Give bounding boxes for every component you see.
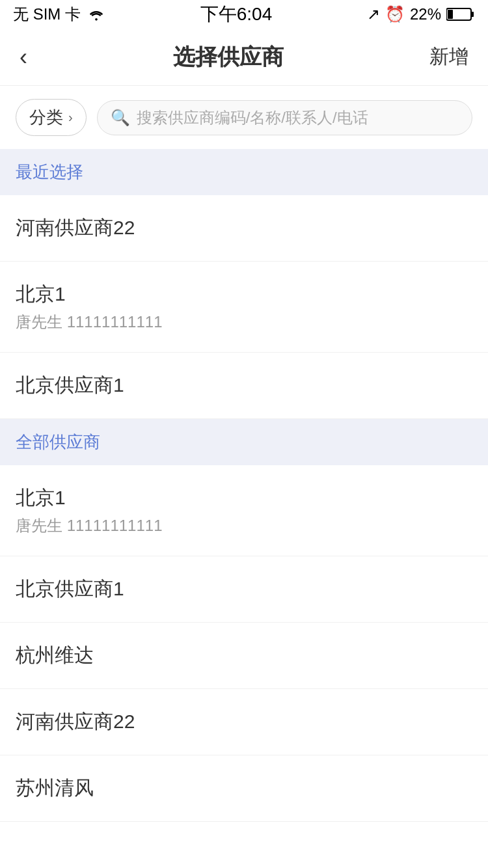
supplier-name: 苏州清风	[16, 775, 472, 802]
list-item[interactable]: 北京1 唐先生 11111111111	[0, 262, 488, 353]
all-section-header: 全部供应商	[0, 419, 488, 465]
supplier-name: 河南供应商22	[16, 215, 472, 241]
supplier-sub: 唐先生 11111111111	[16, 312, 472, 332]
supplier-name: 北京供应商1	[16, 576, 472, 603]
list-item[interactable]: 河南供应商22	[0, 195, 488, 262]
supplier-name: 杭州维达	[16, 642, 472, 669]
search-box[interactable]: 🔍 搜索供应商编码/名称/联系人/电话	[97, 100, 472, 135]
recent-section-header: 最近选择	[0, 149, 488, 195]
supplier-name: 北京1	[16, 485, 472, 511]
status-bar: 无 SIM 卡 下午6:04 ↗ ⏰ 22%	[0, 0, 488, 29]
status-left: 无 SIM 卡	[13, 4, 105, 25]
location-icon: ↗	[367, 5, 380, 23]
search-placeholder: 搜索供应商编码/名称/联系人/电话	[137, 107, 368, 128]
status-time: 下午6:04	[200, 2, 273, 27]
page-title: 选择供应商	[173, 42, 284, 72]
list-item[interactable]: 河南供应商22	[0, 689, 488, 755]
sim-status: 无 SIM 卡	[13, 4, 81, 25]
filter-bar: 分类 › 🔍 搜索供应商编码/名称/联系人/电话	[0, 86, 488, 149]
list-item[interactable]: 北京供应商1	[0, 556, 488, 623]
supplier-sub: 唐先生 11111111111	[16, 515, 472, 536]
list-item[interactable]: 苏州清风	[0, 755, 488, 822]
alarm-icon: ⏰	[385, 5, 405, 23]
add-button[interactable]: 新增	[429, 44, 468, 70]
chevron-right-icon: ›	[68, 110, 73, 125]
back-button[interactable]: ‹	[20, 44, 27, 71]
list-item[interactable]: 北京供应商1	[0, 353, 488, 419]
category-label: 分类	[29, 106, 63, 129]
search-icon: 🔍	[111, 109, 130, 127]
all-list: 北京1 唐先生 11111111111 北京供应商1 杭州维达 河南供应商22 …	[0, 465, 488, 822]
list-item[interactable]: 北京1 唐先生 11111111111	[0, 465, 488, 556]
svg-rect-2	[448, 10, 453, 19]
svg-rect-1	[471, 12, 474, 17]
category-filter[interactable]: 分类 ›	[16, 99, 87, 136]
battery-icon	[446, 7, 475, 21]
recent-list: 河南供应商22 北京1 唐先生 11111111111 北京供应商1	[0, 195, 488, 419]
status-right: ↗ ⏰ 22%	[367, 5, 475, 23]
nav-bar: ‹ 选择供应商 新增	[0, 29, 488, 86]
supplier-name: 河南供应商22	[16, 709, 472, 735]
battery-percentage: 22%	[410, 5, 441, 23]
list-item[interactable]: 杭州维达	[0, 623, 488, 689]
supplier-name: 北京1	[16, 281, 472, 308]
supplier-name: 北京供应商1	[16, 372, 472, 399]
wifi-icon	[87, 8, 105, 21]
